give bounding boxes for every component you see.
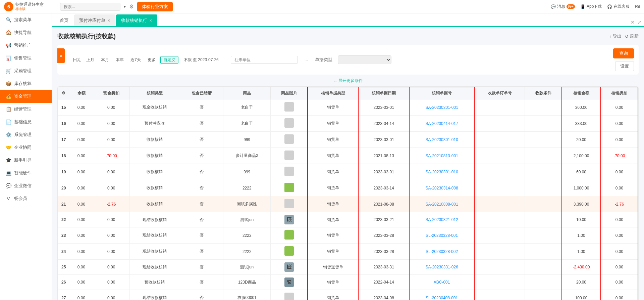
cell-balance-23: 0.00 — [70, 227, 93, 244]
cell-write-off-bill-no-24[interactable]: SL-20230328-002 — [409, 244, 474, 260]
refresh-button[interactable]: ↺ 刷新 — [625, 33, 639, 39]
user-item[interactable]: Rit — [635, 4, 640, 9]
filter-bar: » 日期 上月 本月 本年 近7天 更多 自定义 不限 至 2023-07-26… — [57, 45, 639, 75]
bill-no-link-26[interactable]: ABC-001 — [434, 280, 450, 285]
cell-product-img-25: 🖼 — [271, 260, 308, 275]
bill-no-link-17[interactable]: SA-20230301-010 — [425, 137, 458, 142]
search-input[interactable] — [60, 3, 120, 11]
trial-button[interactable]: 体验行业方案 — [137, 2, 173, 11]
cell-settings-23[interactable]: 23 — [58, 227, 70, 244]
sidebar-item-shortcut[interactable]: 🏠 快捷导航 — [0, 26, 52, 39]
cell-write-off-bill-no-23[interactable]: SL-20230328-001 — [409, 227, 474, 244]
date-label: 日期 — [73, 57, 82, 63]
bill-no-link-24[interactable]: SL-20230328-002 — [426, 249, 458, 254]
tab-receipt-close[interactable]: ✕ — [149, 18, 152, 23]
bill-no-link-19[interactable]: SA-20230301-010 — [425, 170, 458, 174]
cell-settings-16[interactable]: 16 — [58, 116, 70, 132]
cell-settings-21[interactable]: 21 — [58, 196, 70, 212]
cell-settings-17[interactable]: 17 — [58, 132, 70, 148]
tab-close-window-button[interactable]: ✕ — [631, 19, 635, 25]
cell-write-off-bill-no-16[interactable]: SA-20230414-017 — [409, 116, 474, 132]
cell-product-img-26: 🏗 — [271, 275, 308, 290]
sidebar-item-label-inventory: 库存核算 — [14, 81, 32, 87]
date-7days[interactable]: 近7天 — [128, 56, 143, 63]
tab-maximize-button[interactable]: ⤢ — [637, 19, 641, 25]
tab-receipt[interactable]: 收款核销执行 ✕ — [116, 14, 157, 26]
cell-write-off-bill-no-15[interactable]: SA-20230301-001 — [409, 99, 474, 116]
cell-write-off-bill-no-17[interactable]: SA-20230301-010 — [409, 132, 474, 148]
bill-no-link-20[interactable]: SA-20230314-008 — [425, 186, 458, 190]
cell-balance-18: 0.00 — [70, 148, 93, 164]
cell-write-off-bill-no-26[interactable]: ABC-001 — [409, 275, 474, 290]
cell-settings-15[interactable]: 15 — [58, 99, 70, 116]
sidebar-item-search[interactable]: 🔍 搜索菜单 — [0, 13, 52, 26]
message-item[interactable]: 💬 消息 99+ — [551, 4, 575, 9]
cell-write-off-discount-16: 0.00 — [601, 116, 638, 132]
date-last-month[interactable]: 上月 — [84, 56, 96, 63]
settings-button[interactable]: 设置 — [615, 61, 634, 71]
online-service-item[interactable]: 🎧 在线客服 — [607, 4, 630, 9]
dropdown-button[interactable]: ▾ — [124, 4, 126, 9]
gear-icon[interactable]: ⚙ — [129, 3, 134, 10]
cell-settings-22[interactable]: 22 — [58, 212, 70, 227]
filter-expand-button[interactable]: » — [57, 48, 65, 63]
cell-write-off-date-22: 2023-03-21 — [358, 212, 409, 227]
sidebar-item-guide[interactable]: 🎓 新手引导 — [0, 154, 52, 167]
cell-write-off-bill-no-18[interactable]: SA-20210813-001 — [409, 148, 474, 164]
tab-home[interactable]: 首页 — [55, 14, 73, 26]
cell-settings-24[interactable]: 24 — [58, 244, 70, 260]
sidebar-item-operation[interactable]: 📋 经营管理 — [0, 103, 52, 116]
cell-write-off-bill-type-22: 销货单 — [308, 212, 359, 227]
bill-no-link-25[interactable]: SA-20230331-026 — [425, 265, 458, 269]
bill-no-link-27[interactable]: SL-20230408-001 — [426, 296, 458, 300]
cell-include-cleared-27: 否 — [180, 290, 223, 300]
cell-write-off-bill-no-25[interactable]: SA-20230331-026 — [409, 260, 474, 275]
th-settings[interactable]: ⚙ — [58, 87, 70, 99]
app-download-item[interactable]: 📱 App下载 — [580, 4, 602, 9]
cell-settings-20[interactable]: 20 — [58, 180, 70, 196]
bill-no-link-18[interactable]: SA-20210813-001 — [425, 154, 458, 158]
cell-write-off-bill-no-19[interactable]: SA-20230301-010 — [409, 164, 474, 180]
sidebar-item-sales[interactable]: 📊 销售管理 — [0, 52, 52, 65]
bill-no-link-22[interactable]: SA-20230321-012 — [425, 217, 458, 222]
date-this-month[interactable]: 本月 — [99, 56, 111, 63]
sidebar-item-member[interactable]: V 畅会员 — [0, 192, 52, 205]
sidebar-item-hardware[interactable]: 💻 智能硬件 — [0, 167, 52, 179]
cell-settings-25[interactable]: 25 — [58, 260, 70, 275]
sidebar-item-purchase[interactable]: 🛒 采购管理 — [0, 65, 52, 77]
sidebar-item-system[interactable]: ⚙️ 系统管理 — [0, 128, 52, 141]
cell-write-off-bill-no-27[interactable]: SL-20230408-001 — [409, 290, 474, 300]
th-cash-discount: 现金折扣 — [93, 87, 129, 99]
bill-type-select[interactable] — [338, 55, 391, 64]
bill-no-link-16[interactable]: SA-20230414-017 — [425, 121, 458, 126]
sidebar-item-basic[interactable]: 📄 基础信息 — [0, 116, 52, 128]
cell-settings-27[interactable]: 27 — [58, 290, 70, 300]
cell-write-off-bill-no-20[interactable]: SA-20230314-008 — [409, 180, 474, 196]
date-this-year[interactable]: 本年 — [114, 56, 126, 63]
expand-conditions-button[interactable]: ⌄ 展开更多条件 — [334, 78, 363, 84]
cell-product-15: 老白干 — [223, 99, 271, 116]
export-button[interactable]: ↑ 导出 — [609, 33, 622, 39]
tab-prepaid-close[interactable]: ✕ — [107, 18, 110, 23]
cell-write-off-bill-type-24: 销货单 — [308, 244, 359, 260]
cell-settings-26[interactable]: 26 — [58, 275, 70, 290]
bill-no-link-23[interactable]: SL-20230328-001 — [426, 233, 458, 238]
bill-no-link-21[interactable]: SA-20210808-001 — [425, 202, 458, 207]
sidebar-item-inventory[interactable]: 📦 库存核算 — [0, 77, 52, 90]
cell-write-off-bill-no-22[interactable]: SA-20230321-012 — [409, 212, 474, 227]
cell-settings-19[interactable]: 19 — [58, 164, 70, 180]
sidebar-item-wechat[interactable]: 💬 企业微信 — [0, 179, 52, 192]
date-more[interactable]: 更多 — [146, 56, 158, 63]
from-unit-input[interactable] — [231, 56, 298, 64]
query-button[interactable]: 查询 — [613, 48, 634, 58]
cell-settings-18[interactable]: 18 — [58, 148, 70, 164]
cell-write-off-type-16: 预付冲应收 — [129, 116, 180, 132]
sidebar-item-enterprise[interactable]: 🤝 企业协同 — [0, 141, 52, 154]
cell-write-off-amount-17: 20.00 — [562, 132, 601, 148]
sidebar-item-marketing[interactable]: 📢 营销推广 — [0, 39, 52, 52]
sidebar-item-finance[interactable]: 💰 资金管理 — [0, 90, 52, 103]
cell-write-off-bill-no-21[interactable]: SA-20210808-001 — [409, 196, 474, 212]
date-custom-button[interactable]: 自定义 — [160, 56, 178, 64]
tab-prepaid[interactable]: 预付冲应付单 ✕ — [74, 14, 115, 26]
bill-no-link-15[interactable]: SA-20230301-001 — [425, 105, 458, 110]
